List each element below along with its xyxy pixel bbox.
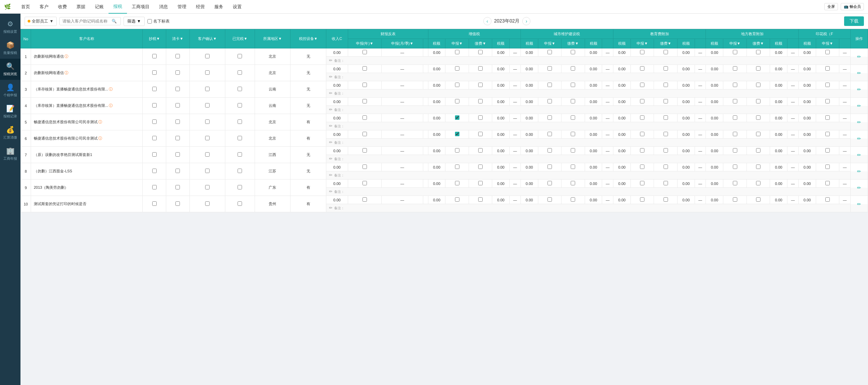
cell-local-pay[interactable] — [746, 65, 770, 73]
pencil-icon[interactable]: ✏ — [329, 189, 332, 194]
cell-city-apply[interactable] — [538, 48, 561, 57]
cell-stamp-apply[interactable] — [816, 130, 839, 139]
cell-qingka[interactable] — [166, 180, 189, 196]
nav-commerce[interactable]: 工商项目 — [127, 0, 154, 14]
cell-edu-apply[interactable] — [630, 130, 654, 139]
cell-edu-apply[interactable] — [630, 163, 654, 171]
cell-edu-pay[interactable] — [654, 48, 678, 57]
cell-stamp-apply[interactable] — [816, 163, 839, 171]
cell-qingka[interactable] — [166, 196, 189, 212]
cell-yi-wan[interactable] — [225, 147, 255, 163]
sidebar-item-batch-tax[interactable]: 📦 批量报税 — [0, 38, 20, 59]
pencil-icon[interactable]: ✏ — [329, 91, 332, 96]
cell-city-apply[interactable] — [538, 65, 561, 73]
cell-yi-wan[interactable] — [225, 163, 255, 180]
cell-edu-apply[interactable] — [630, 48, 654, 57]
cell-edu-pay[interactable] — [654, 180, 678, 188]
pencil-icon[interactable]: ✏ — [329, 107, 332, 112]
search-input[interactable] — [62, 19, 110, 24]
cell-edu-pay[interactable] — [654, 81, 678, 89]
prev-period-button[interactable]: ‹ — [483, 17, 492, 25]
th-local-apply[interactable]: 申报▼ — [723, 39, 747, 48]
nav-message[interactable]: 消息 — [154, 0, 173, 14]
sidebar-item-tax-records[interactable]: 📝 报税记录 — [0, 101, 20, 122]
cell-kh-confirm[interactable] — [189, 130, 225, 147]
cell-caibao-year[interactable] — [348, 163, 382, 171]
cell-city-apply[interactable] — [538, 147, 561, 155]
cell-local-apply[interactable] — [723, 114, 747, 122]
cell-qingka[interactable] — [166, 130, 189, 147]
cell-chaoshu[interactable] — [143, 48, 166, 65]
table-area[interactable]: No 客户名称 抄税▼ 清卡▼ 客户确认▼ 已完税▼ 所属地区▼ 税控设备▼ 收… — [20, 29, 868, 385]
cell-local-apply[interactable] — [723, 130, 747, 139]
cell-city-pay[interactable] — [561, 81, 585, 89]
nav-operation[interactable]: 经营 — [191, 0, 210, 14]
cell-city-pay[interactable] — [561, 147, 585, 155]
cell-chaoshu[interactable] — [143, 130, 166, 147]
search-box[interactable]: 🔍 — [59, 17, 121, 25]
cell-yi-wan[interactable] — [225, 196, 255, 212]
cell-stamp-apply[interactable] — [816, 65, 839, 73]
cell-city-pay[interactable] — [561, 163, 585, 171]
cell-edu-pay[interactable] — [654, 65, 678, 73]
cell-city-pay[interactable] — [561, 98, 585, 106]
cell-qingka[interactable] — [166, 65, 189, 81]
pencil-icon[interactable]: ✏ — [329, 140, 332, 145]
sidebar-item-tax-browse[interactable]: 🔍 报税浏览 — [0, 59, 20, 80]
th-stamp-apply[interactable]: 申报▼ — [816, 39, 839, 48]
cell-kh-confirm[interactable] — [189, 196, 225, 212]
cell-kh-confirm[interactable] — [189, 81, 225, 98]
download-button[interactable]: 下载 — [844, 16, 864, 26]
cell-edu-pay[interactable] — [654, 98, 678, 106]
pencil-icon[interactable]: ✏ — [329, 156, 332, 161]
cell-chaoshu[interactable] — [143, 147, 166, 163]
nav-manage[interactable]: 管理 — [173, 0, 191, 14]
cell-vat-pay[interactable] — [469, 81, 492, 89]
edit-icon[interactable]: ✏ — [857, 103, 861, 109]
cell-local-apply[interactable] — [723, 163, 747, 171]
cell-city-pay[interactable] — [561, 48, 585, 57]
cell-local-pay[interactable] — [746, 81, 770, 89]
cell-vat-pay[interactable] — [469, 196, 492, 204]
pencil-icon[interactable]: ✏ — [329, 205, 332, 210]
cell-qingka[interactable] — [166, 98, 189, 114]
cell-local-apply[interactable] — [723, 196, 747, 204]
cell-chaoshu[interactable] — [143, 196, 166, 212]
cell-stamp-apply[interactable] — [816, 81, 839, 89]
cell-kh-confirm[interactable] — [189, 98, 225, 114]
cell-kh-confirm[interactable] — [189, 163, 225, 180]
cell-city-apply[interactable] — [538, 98, 561, 106]
nav-invoice[interactable]: 票据 — [72, 0, 90, 14]
cell-caibao-year[interactable] — [348, 147, 382, 155]
th-city-pay[interactable]: 缴费▼ — [561, 39, 585, 48]
cell-city-apply[interactable] — [538, 196, 561, 204]
pencil-icon[interactable]: ✏ — [329, 74, 332, 79]
nav-fee[interactable]: 收费 — [53, 0, 72, 14]
cell-vat-apply[interactable] — [445, 196, 469, 204]
nav-service[interactable]: 服务 — [210, 0, 228, 14]
cell-local-pay[interactable] — [746, 196, 770, 204]
cell-chaoshu[interactable] — [143, 81, 166, 98]
cell-vat-apply[interactable] — [445, 81, 469, 89]
cell-local-pay[interactable] — [746, 163, 770, 171]
th-local-pay[interactable]: 缴费▼ — [746, 39, 770, 48]
cell-stamp-apply[interactable] — [816, 147, 839, 155]
cell-edu-pay[interactable] — [654, 130, 678, 139]
edit-icon[interactable]: ✏ — [857, 169, 861, 174]
cell-city-apply[interactable] — [538, 81, 561, 89]
cell-vat-apply[interactable] — [445, 98, 469, 106]
cell-yi-wan[interactable] — [225, 130, 255, 147]
cell-stamp-apply[interactable] — [816, 48, 839, 57]
cell-yi-wan[interactable] — [225, 98, 255, 114]
cell-local-pay[interactable] — [746, 98, 770, 106]
edit-icon[interactable]: ✏ — [857, 152, 861, 158]
cell-chaoshu[interactable] — [143, 98, 166, 114]
cell-edu-apply[interactable] — [630, 65, 654, 73]
cell-edu-apply[interactable] — [630, 196, 654, 204]
cell-local-apply[interactable] — [723, 147, 747, 155]
edit-icon[interactable]: ✏ — [857, 87, 861, 92]
cell-edu-pay[interactable] — [654, 163, 678, 171]
cell-stamp-apply[interactable] — [816, 196, 839, 204]
th-caibao-year[interactable]: 申报(年)▼ — [348, 39, 382, 48]
fullscreen-button[interactable]: 全屏 — [824, 3, 838, 10]
